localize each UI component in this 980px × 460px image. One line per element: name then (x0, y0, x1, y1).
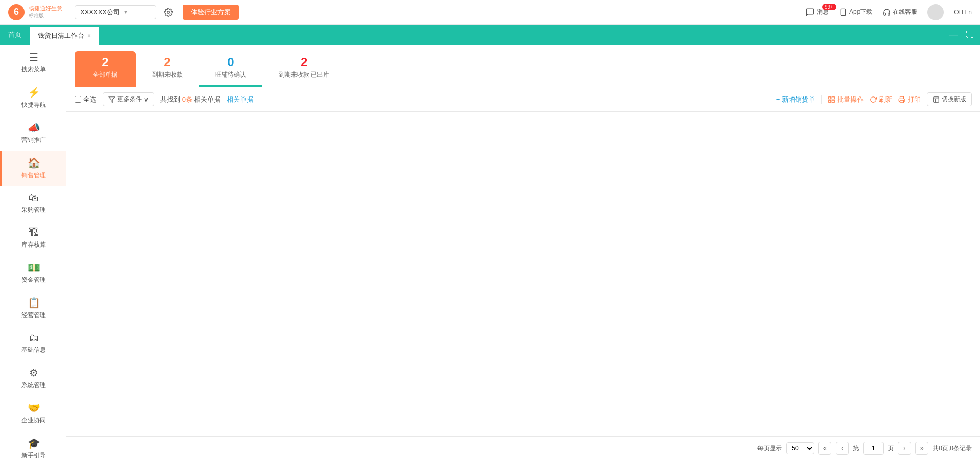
stat-tab-all[interactable]: 2 全部单据 (75, 51, 136, 87)
count-text: 共找到 0条 相关单据 (160, 95, 220, 104)
sidebar-item-sales[interactable]: 🏠 销售管理 (0, 151, 66, 186)
related-button[interactable]: 相关单据 (227, 95, 253, 104)
pagination: 每页显示 50 100 200 « ‹ 第 页 › » 共0页,0条记录 (66, 436, 980, 460)
next-page-button[interactable]: › (898, 442, 911, 455)
sys-manage-icon: ⚙ (29, 367, 38, 379)
per-page-select[interactable]: 50 100 200 (786, 442, 814, 454)
first-page-button[interactable]: « (818, 442, 831, 455)
sidebar-item-label: 基础信息 (21, 346, 46, 354)
select-all-input[interactable] (75, 96, 81, 103)
avatar (927, 4, 944, 20)
sidebar-item-label: 企业协同 (21, 416, 46, 425)
add-sale-order-button[interactable]: + 新增销货单 (776, 95, 815, 104)
sidebar-item-funds[interactable]: 💵 资金管理 (0, 255, 66, 290)
sidebar-item-label: 搜索菜单 (21, 65, 46, 74)
tab-expand-icon[interactable]: ⛶ (964, 28, 976, 41)
sidebar-item-label: 库存核算 (21, 240, 46, 249)
stat-num-all: 2 (102, 55, 108, 69)
chevron-down-icon: ▼ (123, 9, 128, 15)
svg-point-0 (167, 11, 170, 13)
sidebar-item-operation[interactable]: 📋 经营管理 (0, 290, 66, 326)
print-button[interactable]: 打印 (898, 95, 921, 104)
sidebar-item-quick-nav[interactable]: ⚡ 快捷导航 (0, 80, 66, 115)
sidebar-item-label: 经营管理 (21, 311, 46, 320)
last-page-button[interactable]: » (915, 442, 928, 455)
coop-icon: 🤝 (28, 402, 40, 414)
tab-home[interactable]: 首页 (0, 25, 30, 45)
app-download-label: App下载 (849, 8, 872, 16)
stat-label-shipped: 到期未收款 已出库 (279, 70, 329, 79)
operation-icon: 📋 (28, 297, 40, 309)
message-button[interactable]: 消息 99+ (805, 8, 829, 17)
sidebar-item-search-menu[interactable]: ☰ 搜索菜单 (0, 45, 66, 80)
svg-rect-4 (829, 96, 831, 99)
stat-label-due: 到期未收款 (152, 70, 183, 79)
funds-icon: 💵 (28, 261, 40, 274)
company-name: XXXXXX公司 (80, 8, 120, 17)
top-header: 6 畅捷通好生意 标准版 XXXXXX公司 ▼ 体验行业方案 消息 99+ Ap… (0, 0, 980, 25)
svg-rect-6 (832, 100, 834, 102)
sidebar-item-purchase[interactable]: 🛍 采购管理 (0, 186, 66, 221)
sidebar-item-guide[interactable]: 🎓 新手引导 (0, 431, 66, 460)
filter-arrow-icon: ∨ (144, 96, 149, 103)
svg-marker-3 (109, 96, 115, 102)
stat-tab-shipped[interactable]: 2 到期未收款 已出库 (262, 51, 346, 87)
tab-minimize-icon[interactable]: — (947, 28, 960, 41)
online-service-button[interactable]: 在线客服 (883, 8, 917, 16)
logo-text: 畅捷通好生意 (29, 5, 62, 12)
tab-active[interactable]: 钱货日清工作台 × (30, 27, 99, 45)
svg-rect-5 (832, 96, 834, 99)
company-selector[interactable]: XXXXXX公司 ▼ (75, 5, 156, 19)
filter-label: 更多条件 (117, 95, 142, 104)
stat-tab-due[interactable]: 2 到期未收款 (136, 51, 199, 87)
svg-rect-1 (841, 9, 845, 15)
experience-button[interactable]: 体验行业方案 (183, 5, 239, 20)
sidebar-item-stock[interactable]: 🏗 库存核算 (0, 221, 66, 255)
sidebar-item-marketing[interactable]: 📣 营销推广 (0, 115, 66, 151)
username[interactable]: OfTEn (954, 9, 972, 16)
stats-tabs: 2 全部单据 2 到期未收款 0 旺辅待确认 2 到期未收款 已出库 (66, 45, 980, 87)
select-all-checkbox[interactable]: 全选 (75, 95, 96, 104)
prev-page-button[interactable]: ‹ (836, 442, 849, 455)
stat-num-due: 2 (164, 55, 170, 69)
sidebar-item-label: 新手引导 (21, 451, 46, 460)
sidebar-item-label: 系统管理 (21, 381, 46, 390)
app-download-button[interactable]: App下载 (839, 8, 872, 16)
search-menu-icon: ☰ (29, 51, 38, 63)
svg-rect-8 (900, 100, 904, 103)
sidebar-item-base-info[interactable]: 🗂 基础信息 (0, 326, 66, 360)
sidebar: ☰ 搜索菜单 ⚡ 快捷导航 📣 营销推广 🏠 销售管理 🛍 采购管理 🏗 库存核… (0, 45, 66, 460)
sales-icon: 🏠 (28, 157, 40, 169)
svg-rect-9 (934, 96, 939, 102)
divider (821, 95, 822, 104)
stat-tab-confirm[interactable]: 0 旺辅待确认 (199, 51, 262, 87)
sidebar-item-label: 营销推广 (21, 136, 46, 144)
header-right: 消息 99+ App下载 在线客服 OfTEn (805, 4, 972, 20)
page-label: 第 (853, 444, 859, 453)
sidebar-item-coop[interactable]: 🤝 企业协同 (0, 396, 66, 431)
sidebar-item-label: 销售管理 (21, 171, 46, 180)
batch-operation-button[interactable]: 批量操作 (828, 95, 864, 104)
online-service-label: 在线客服 (893, 8, 917, 16)
stat-label-all: 全部单据 (93, 70, 117, 79)
stat-num-confirm: 0 (227, 55, 234, 69)
logo-icon: 6 (8, 4, 24, 20)
per-page-label: 每页显示 (757, 444, 782, 453)
page-number-input[interactable] (863, 442, 884, 455)
base-info-icon: 🗂 (29, 332, 39, 344)
filter-button[interactable]: 更多条件 ∨ (103, 92, 154, 106)
sidebar-item-label: 快捷导航 (21, 101, 46, 109)
switch-version-button[interactable]: 切换新版 (927, 92, 972, 106)
main-layout: ☰ 搜索菜单 ⚡ 快捷导航 📣 营销推广 🏠 销售管理 🛍 采购管理 🏗 库存核… (0, 45, 980, 460)
sidebar-item-label: 资金管理 (21, 276, 46, 284)
quick-nav-icon: ⚡ (28, 86, 40, 99)
sidebar-item-sys-manage[interactable]: ⚙ 系统管理 (0, 360, 66, 396)
stat-num-shipped: 2 (301, 55, 307, 69)
tab-close-icon[interactable]: × (87, 32, 91, 39)
refresh-button[interactable]: 刷新 (870, 95, 892, 104)
total-info: 共0页,0条记录 (933, 444, 972, 453)
stock-icon: 🏗 (29, 227, 39, 238)
logo-badge: 标准版 (29, 12, 62, 19)
settings-button[interactable] (160, 4, 177, 20)
tab-bar: 首页 钱货日清工作台 × — ⛶ (0, 25, 980, 45)
